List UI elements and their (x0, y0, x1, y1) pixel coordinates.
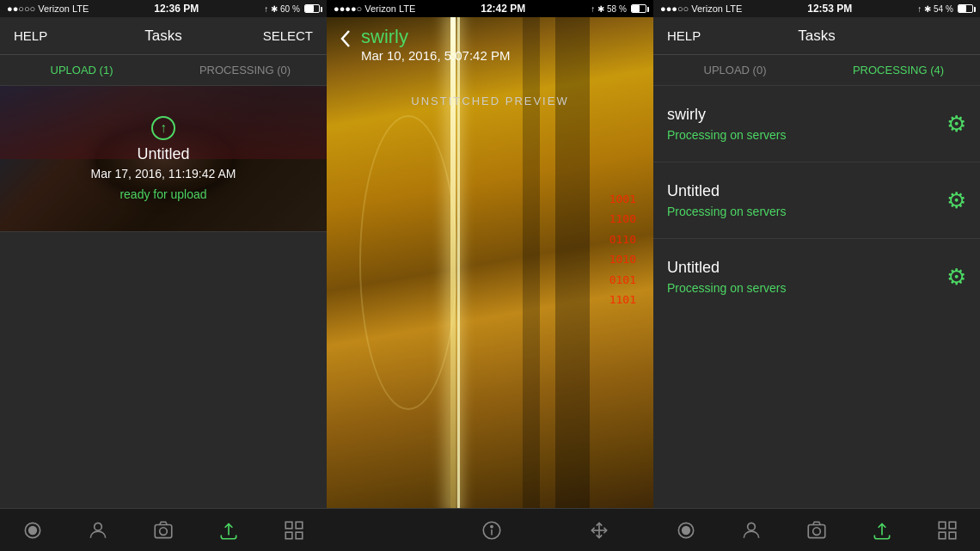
right-grid-icon-svg (936, 519, 959, 542)
preview-label: UNSTITCHED PREVIEW (327, 95, 653, 107)
upload-item-overlay: Untitled Mar 17, 2016, 11:19:42 AM ready… (0, 86, 327, 231)
right-status-icons: ↑ ✱ 54 % (917, 4, 973, 14)
processing-item-1[interactable]: Untitled Processing on servers ⚙ (653, 162, 980, 239)
left-status-icons: ↑ ✱ 60 % (264, 4, 320, 14)
upload-item-0[interactable]: Untitled Mar 17, 2016, 11:19:42 AM ready… (0, 86, 327, 232)
left-battery-pct: 60 (280, 4, 290, 14)
svg-rect-18 (808, 524, 825, 537)
middle-signal: ↑ ✱ (591, 4, 604, 14)
right-upload-icon-svg (871, 519, 893, 542)
svg-point-16 (683, 526, 690, 534)
record-icon-svg (21, 519, 44, 542)
middle-info-icon[interactable] (476, 515, 507, 546)
processing-item-0-gear-icon[interactable]: ⚙ (946, 111, 966, 138)
right-phone-panel: ●●●○○ Verizon LTE 12:53 PM ↑ ✱ 54 % HELP… (653, 0, 980, 551)
right-tab-person-icon[interactable] (736, 515, 767, 546)
right-processing-list: swirly Processing on servers ⚙ Untitled … (653, 86, 980, 297)
right-segment-bar: UPLOAD (0) PROCESSING (4) (653, 55, 980, 86)
middle-move-icon[interactable] (584, 515, 615, 546)
photo-icon-svg (152, 519, 175, 542)
right-tab-upload[interactable]: UPLOAD (0) (653, 55, 817, 85)
processing-item-1-status: Processing on servers (667, 205, 946, 218)
left-nav-help[interactable]: HELP (14, 28, 65, 43)
right-tab-camera-icon[interactable] (671, 515, 701, 546)
upload-item-date: Mar 17, 2016, 11:19:42 AM (91, 167, 236, 181)
left-status-bar: ●●○○○ Verizon LTE 12:36 PM ↑ ✱ 60 % (0, 0, 327, 17)
preview-image: 1001 1100 0110 1010 0101 1101 (327, 17, 653, 508)
upload-item-title: Untitled (137, 145, 189, 163)
left-phone-panel: ●●○○○ Verizon LTE 12:36 PM ↑ ✱ 60 % HELP… (0, 0, 327, 551)
info-icon-svg (481, 519, 503, 542)
right-empty-space (653, 297, 980, 509)
left-upload-list: Untitled Mar 17, 2016, 11:19:42 AM ready… (0, 86, 327, 297)
processing-item-2-status: Processing on servers (667, 281, 946, 295)
left-empty-space (0, 297, 327, 509)
right-status-bar: ●●●○○ Verizon LTE 12:53 PM ↑ ✱ 54 % (653, 0, 980, 17)
processing-item-1-info: Untitled Processing on servers (667, 182, 946, 218)
middle-carrier: ●●●●○ Verizon LTE (334, 3, 415, 14)
processing-item-1-gear-icon[interactable]: ⚙ (946, 187, 966, 214)
left-tab-bar (0, 508, 327, 551)
svg-point-4 (160, 527, 168, 535)
preview-header-overlay: swirly Mar 10, 2016, 5:07:42 PM (327, 17, 653, 70)
right-battery-bar (958, 4, 973, 13)
svg-rect-23 (939, 532, 946, 539)
right-tab-photo-icon[interactable] (801, 515, 832, 546)
right-nav-bar: HELP Tasks (653, 17, 980, 55)
right-tab-grid-icon[interactable] (932, 515, 963, 546)
left-nav-select[interactable]: SELECT (261, 28, 313, 43)
left-tab-person-icon[interactable] (83, 515, 113, 546)
red-numbers: 1001 1100 0110 1010 0101 1101 (609, 189, 636, 309)
processing-item-0-info: swirly Processing on servers (667, 106, 946, 142)
left-segment-bar: UPLOAD (1) PROCESSING (0) (0, 55, 327, 86)
middle-status-icons: ↑ ✱ 58 % (591, 4, 646, 14)
left-tab-photo-icon[interactable] (148, 515, 179, 546)
move-icon-svg (588, 519, 610, 542)
processing-item-0-name: swirly (667, 106, 946, 124)
svg-point-12 (491, 525, 493, 527)
right-nav-help[interactable]: HELP (667, 28, 719, 43)
svg-rect-9 (296, 532, 303, 539)
person-icon-svg (87, 519, 109, 542)
upload-item-status: ready for upload (119, 187, 206, 201)
right-nav-title: Tasks (798, 28, 835, 45)
processing-item-1-name: Untitled (667, 182, 946, 200)
processing-item-2-name: Untitled (667, 259, 946, 277)
left-time: 12:36 PM (154, 3, 199, 15)
golden-background: 1001 1100 0110 1010 0101 1101 (327, 17, 653, 508)
left-tab-upload-icon[interactable] (213, 515, 244, 546)
svg-rect-7 (296, 522, 303, 529)
left-tab-grid-icon[interactable] (279, 515, 309, 546)
svg-point-17 (748, 523, 756, 530)
left-nav-bar: HELP Tasks SELECT (0, 17, 327, 55)
right-tab-upload-icon[interactable] (867, 515, 897, 546)
left-battery-bar (304, 4, 320, 13)
right-person-icon-svg (740, 519, 763, 542)
svg-point-1 (29, 526, 37, 534)
right-battery-pct: 54 (934, 4, 943, 14)
processing-item-2-gear-icon[interactable]: ⚙ (946, 264, 966, 291)
svg-rect-8 (285, 532, 292, 539)
middle-phone-panel: ●●●●○ Verizon LTE 12:42 PM ↑ ✱ 58 % (327, 0, 653, 551)
middle-status-bar: ●●●●○ Verizon LTE 12:42 PM ↑ ✱ 58 % (327, 0, 653, 17)
right-tab-bar (653, 508, 980, 551)
right-signal: ↑ ✱ (917, 4, 931, 14)
svg-rect-6 (285, 522, 292, 529)
right-tab-processing[interactable]: PROCESSING (4) (817, 55, 980, 85)
svg-point-19 (813, 527, 821, 535)
left-tab-processing[interactable]: PROCESSING (0) (163, 55, 327, 85)
svg-rect-24 (949, 532, 956, 539)
back-arrow[interactable] (337, 28, 354, 53)
left-carrier: ●●○○○ Verizon LTE (7, 3, 89, 14)
right-record-icon-svg (675, 519, 697, 542)
left-tab-upload[interactable]: UPLOAD (1) (0, 55, 163, 85)
right-carrier: ●●●○○ Verizon LTE (660, 3, 742, 14)
middle-preview-content: 1001 1100 0110 1010 0101 1101 (327, 17, 653, 508)
svg-rect-21 (939, 522, 946, 529)
left-tab-camera-icon[interactable] (17, 515, 48, 546)
processing-item-2[interactable]: Untitled Processing on servers ⚙ (653, 239, 980, 297)
right-photo-icon-svg (805, 519, 828, 542)
upload-icon-svg (217, 519, 240, 542)
processing-item-0[interactable]: swirly Processing on servers ⚙ (653, 86, 980, 162)
middle-battery-pct: 58 (607, 4, 616, 14)
